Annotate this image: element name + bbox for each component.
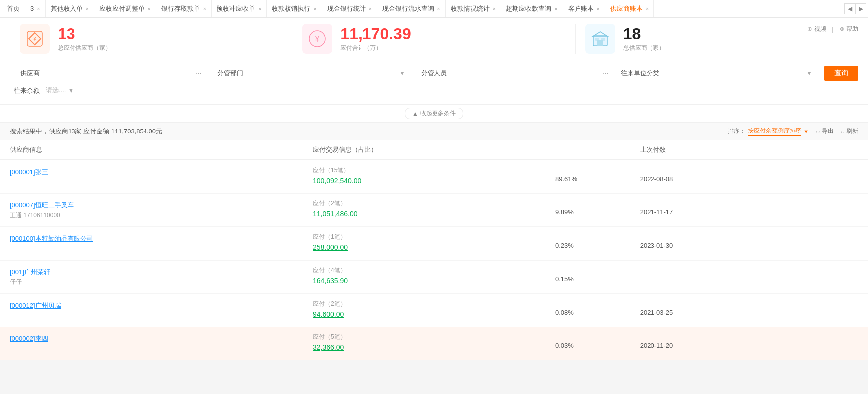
summary-text: 搜索结果中，供应商13家 应付金额 111,703,854.00元 [10, 127, 162, 136]
collapse-row: ▲ 收起更多条件 [0, 105, 868, 123]
nav-tab-cash-bank-stat[interactable]: 现金银行统计 × [322, 0, 377, 17]
nav-tab-customer-account[interactable]: 客户账本 × [563, 0, 605, 17]
close-tab-collection[interactable]: × [313, 6, 316, 12]
supplier-dots-btn[interactable]: ··· [195, 69, 202, 78]
ap-suppliers-label: 总应付供应商（家） [58, 44, 111, 52]
supplier-link[interactable]: [000100]本特勤油品有限公司 [10, 235, 93, 242]
nav-tab-3[interactable]: 3 × [25, 0, 46, 17]
transaction-amount[interactable]: 32,366.00 [313, 343, 344, 351]
last-pay-date: 2023-01-30 [640, 233, 822, 249]
video-link[interactable]: ⊙ 视频 [807, 25, 826, 33]
export-label: 导出 [822, 127, 834, 135]
close-tab-cash-bank-flow[interactable]: × [437, 6, 440, 12]
close-tab-ap-adjust[interactable]: × [147, 6, 150, 12]
collapse-button[interactable]: ▲ 收起更多条件 [405, 108, 463, 119]
transaction-amount[interactable]: 100,092,540.00 [313, 177, 361, 185]
svg-rect-8 [595, 38, 599, 41]
transaction-cell: 应付（1笔） 258,000.00 [313, 233, 555, 254]
stat-ap-suppliers-content: 13 总应付供应商（家） [58, 26, 111, 52]
query-button[interactable]: 查询 [824, 66, 858, 81]
percentage-cell: 0.08% [555, 300, 640, 316]
close-tab-overdue[interactable]: × [554, 6, 557, 12]
nav-tab-cash-bank-flow[interactable]: 现金银行流水查询 × [377, 0, 445, 17]
nav-tab-supplier-account[interactable]: 供应商账本 × [605, 0, 654, 17]
percentage-value: 0.03% [555, 333, 640, 349]
total-suppliers-number: 18 [623, 26, 665, 42]
transaction-amount[interactable]: 11,051,486.00 [313, 210, 358, 218]
nav-tab-ap-adjust[interactable]: 应收应付调整单 × [94, 0, 156, 17]
balance-filter-label: 往来余额 [10, 86, 40, 95]
unit-category-dropdown[interactable]: ▼ [663, 68, 814, 79]
nav-tab-other-income[interactable]: 其他收入单 × [46, 0, 94, 17]
filter-person-item: 分管人员 ··· [417, 67, 611, 79]
last-pay-cell: 2021-11-17 [640, 199, 822, 216]
nav-scroll-right[interactable]: ▶ [855, 3, 866, 14]
sort-dropdown[interactable]: 按应付余额倒序排序 [748, 127, 801, 136]
table-row: [000100]本特勤油品有限公司 应付（1笔） 258,000.00 0.23… [0, 227, 868, 260]
refresh-button[interactable]: ○ 刷新 [841, 127, 858, 135]
filter-row-1: 供应商 ··· 分管部门 ▼ 分管人员 ··· [10, 66, 858, 81]
stat-ap-amount: ¥ 11,170.39 应付合计（万） [292, 24, 575, 54]
person-dots-btn[interactable]: ··· [602, 69, 609, 78]
percentage-cell: 0.15% [555, 266, 640, 283]
close-tab-cash-bank-stat[interactable]: × [369, 6, 372, 12]
filter-unit-category-item: 往来单位分类 ▼ [621, 68, 814, 79]
nav-tab-collection-stat[interactable]: 收款情况统计 × [446, 0, 501, 17]
last-pay-date: 2022-08-08 [640, 166, 822, 183]
nav-tab-bank-deposit[interactable]: 银行存取款单 × [156, 0, 212, 17]
nav-tab-home[interactable]: 首页 [2, 0, 25, 17]
supplier-input-wrap: ··· [44, 67, 204, 79]
close-tab-collection-stat[interactable]: × [493, 6, 496, 12]
close-tab-other-income[interactable]: × [86, 6, 89, 12]
supplier-input[interactable] [44, 67, 204, 79]
person-input[interactable] [451, 67, 611, 79]
table-row: [000007]恒旺二手叉车 王通 17106110000 应付（2笔） 11,… [0, 194, 868, 227]
svg-text:¥: ¥ [33, 36, 36, 42]
last-pay-cell: 2021-03-25 [640, 300, 822, 316]
ap-amount-label: 应付合计（万） [340, 44, 411, 52]
data-table: 供应商信息 应付交易信息（占比） 上次付数 [000001]张三 应付（15笔）… [0, 140, 868, 360]
header-last-payment: 上次付数 [640, 145, 822, 154]
supplier-link[interactable]: [000001]张三 [10, 168, 48, 176]
last-pay-cell: 2022-08-08 [640, 166, 822, 183]
header-transaction-info: 应付交易信息（占比） [313, 145, 555, 154]
percentage-value: 9.89% [555, 199, 640, 216]
transaction-amount[interactable]: 164,635.90 [313, 277, 348, 285]
collapse-chevron-icon: ▲ [412, 110, 418, 117]
supplier-link[interactable]: [000002]李四 [10, 335, 48, 342]
svg-rect-9 [601, 38, 605, 41]
nav-tab-collection[interactable]: 收款核销执行 × [267, 0, 322, 17]
department-filter-label: 分管部门 [214, 69, 243, 78]
filter-area: 供应商 ··· 分管部门 ▼ 分管人员 ··· [0, 60, 868, 105]
close-tab-prepay[interactable]: × [258, 6, 261, 12]
sort-control: 排序： 按应付余额倒序排序 ▼ [728, 127, 809, 136]
ap-suppliers-number: 13 [58, 26, 111, 42]
close-tab-customer-account[interactable]: × [597, 6, 600, 12]
balance-select[interactable]: 请选.... ▼ [44, 85, 103, 96]
transaction-label: 应付（2笔） [313, 300, 555, 308]
supplier-link[interactable]: [001]广州荣轩 [10, 268, 50, 276]
close-tab-3[interactable]: × [37, 6, 40, 12]
transaction-cell: 应付（15笔） 100,092,540.00 [313, 166, 555, 187]
transaction-label: 应付（2笔） [313, 199, 555, 208]
transaction-amount[interactable]: 94,600.00 [313, 310, 344, 318]
store-icon [585, 24, 615, 54]
table-header: 供应商信息 应付交易信息（占比） 上次付数 [0, 140, 868, 160]
percentage-value: 0.23% [555, 233, 640, 249]
transaction-label: 应付（4笔） [313, 266, 555, 275]
close-tab-supplier-account[interactable]: × [646, 6, 649, 12]
department-dropdown[interactable]: ▼ [247, 68, 407, 79]
money-icon: ¥ [302, 24, 332, 54]
transaction-amount[interactable]: 258,000.00 [313, 243, 348, 251]
close-tab-bank-deposit[interactable]: × [203, 6, 206, 12]
unit-category-arrow-icon: ▼ [806, 70, 812, 77]
nav-tab-overdue[interactable]: 超期应收款查询 × [501, 0, 563, 17]
help-link[interactable]: ⊙ 帮助 [840, 25, 858, 33]
nav-scroll-left[interactable]: ◀ [844, 3, 855, 14]
percentage-value: 89.61% [555, 166, 640, 183]
export-button[interactable]: ○ 导出 [816, 127, 833, 135]
supplier-link[interactable]: [000012]广州贝瑞 [10, 302, 61, 309]
supplier-link[interactable]: [000007]恒旺二手叉车 [10, 201, 74, 209]
nav-tab-prepay[interactable]: 预收冲应收单 × [212, 0, 267, 17]
unit-category-input-wrap: ▼ [663, 68, 814, 79]
